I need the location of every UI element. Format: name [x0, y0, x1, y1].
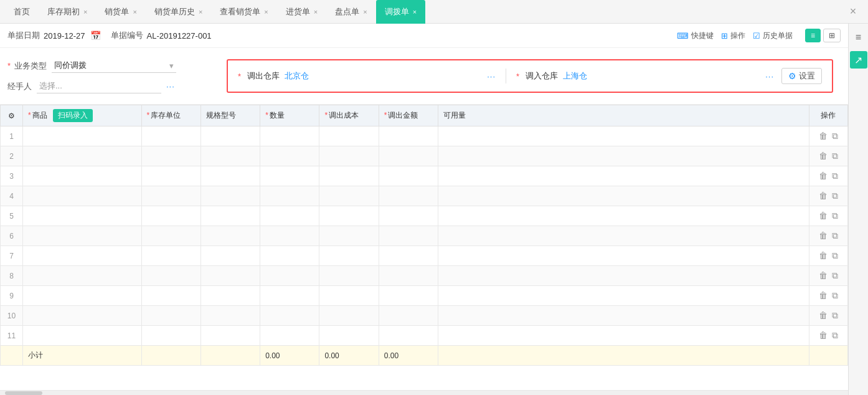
- cell-available-4[interactable]: [438, 186, 809, 206]
- cell-amount-4[interactable]: [379, 186, 438, 206]
- cell-available-7[interactable]: [438, 246, 809, 266]
- operation-btn[interactable]: ⊞ 操作: [721, 31, 745, 41]
- tab-stocktake-close[interactable]: ×: [363, 8, 367, 16]
- delete-icon-1[interactable]: 🗑: [819, 131, 828, 141]
- cell-available-10[interactable]: [438, 306, 809, 326]
- copy-icon-5[interactable]: ⧉: [832, 211, 838, 221]
- cell-spec-9[interactable]: [200, 286, 260, 306]
- cell-unit-7[interactable]: [141, 246, 200, 266]
- cell-spec-5[interactable]: [200, 206, 260, 226]
- copy-icon-7[interactable]: ⧉: [832, 250, 838, 260]
- cell-product-1[interactable]: [23, 126, 142, 146]
- cell-available-5[interactable]: [438, 206, 809, 226]
- cell-amount-11[interactable]: [379, 326, 438, 346]
- warehouse-out-value[interactable]: 北京仓: [285, 70, 309, 82]
- tab-transfer-close[interactable]: ×: [413, 8, 417, 16]
- cell-cost-11[interactable]: [319, 326, 379, 346]
- cell-unit-4[interactable]: [141, 186, 200, 206]
- delete-icon-4[interactable]: 🗑: [819, 191, 828, 201]
- cell-amount-2[interactable]: [379, 146, 438, 166]
- warehouse-in-more-icon[interactable]: ···: [765, 72, 774, 81]
- cell-amount-8[interactable]: [379, 266, 438, 286]
- cell-amount-3[interactable]: [379, 166, 438, 186]
- cell-product-9[interactable]: [23, 286, 142, 306]
- tab-stocktake[interactable]: 盘点单 ×: [326, 0, 375, 24]
- cell-unit-9[interactable]: [141, 286, 200, 306]
- cell-product-2[interactable]: [23, 146, 142, 166]
- tab-sales-history[interactable]: 销货单历史 ×: [146, 0, 211, 24]
- cell-cost-6[interactable]: [319, 226, 379, 246]
- cell-available-3[interactable]: [438, 166, 809, 186]
- delete-icon-5[interactable]: 🗑: [819, 211, 828, 221]
- cell-product-6[interactable]: [23, 226, 142, 246]
- copy-icon-2[interactable]: ⧉: [832, 151, 838, 161]
- cell-unit-11[interactable]: [141, 326, 200, 346]
- cell-cost-2[interactable]: [319, 146, 379, 166]
- warehouse-out-more-icon[interactable]: ···: [487, 72, 496, 81]
- delete-icon-11[interactable]: 🗑: [819, 330, 828, 340]
- copy-icon-10[interactable]: ⧉: [832, 310, 838, 320]
- tab-inventory-init-close[interactable]: ×: [83, 8, 87, 16]
- cell-available-9[interactable]: [438, 286, 809, 306]
- delete-icon-7[interactable]: 🗑: [819, 250, 828, 260]
- cell-qty-10[interactable]: [260, 306, 319, 326]
- cell-cost-1[interactable]: [319, 126, 379, 146]
- delete-icon-2[interactable]: 🗑: [819, 151, 828, 161]
- cell-product-10[interactable]: [23, 306, 142, 326]
- cell-product-3[interactable]: [23, 166, 142, 186]
- cell-available-6[interactable]: [438, 226, 809, 246]
- tab-sales-history-close[interactable]: ×: [199, 8, 202, 16]
- cell-amount-10[interactable]: [379, 306, 438, 326]
- cell-qty-7[interactable]: [260, 246, 319, 266]
- cell-spec-2[interactable]: [200, 146, 260, 166]
- delete-icon-3[interactable]: 🗑: [819, 171, 828, 181]
- horizontal-scrollbar[interactable]: [0, 390, 848, 395]
- agent-more-icon[interactable]: ···: [166, 82, 175, 91]
- tab-transfer[interactable]: 调拨单 ×: [376, 0, 425, 24]
- cell-product-8[interactable]: [23, 266, 142, 286]
- copy-icon-8[interactable]: ⧉: [832, 270, 838, 280]
- list-view-btn[interactable]: ≡: [805, 29, 821, 42]
- cell-cost-3[interactable]: [319, 166, 379, 186]
- cell-amount-6[interactable]: [379, 226, 438, 246]
- cell-spec-7[interactable]: [200, 246, 260, 266]
- delete-icon-9[interactable]: 🗑: [819, 290, 828, 300]
- tab-sales-order-close[interactable]: ×: [133, 8, 136, 16]
- settings-button[interactable]: ⚙ 设置: [781, 68, 822, 84]
- tab-view-sales[interactable]: 查看销货单 ×: [211, 0, 276, 24]
- tab-view-sales-close[interactable]: ×: [264, 8, 268, 16]
- cell-spec-1[interactable]: [200, 126, 260, 146]
- cell-amount-1[interactable]: [379, 126, 438, 146]
- cell-spec-11[interactable]: [200, 326, 260, 346]
- cell-spec-3[interactable]: [200, 166, 260, 186]
- cell-qty-6[interactable]: [260, 226, 319, 246]
- cell-cost-8[interactable]: [319, 266, 379, 286]
- tab-inventory-init[interactable]: 库存期初 ×: [39, 0, 96, 24]
- cell-amount-5[interactable]: [379, 206, 438, 226]
- tab-purchase-close[interactable]: ×: [314, 8, 318, 16]
- copy-icon-6[interactable]: ⧉: [832, 231, 838, 240]
- cell-available-8[interactable]: [438, 266, 809, 286]
- history-btn[interactable]: ☑ 历史单据: [753, 31, 793, 41]
- biz-type-select[interactable]: 同价调拨 ▾: [52, 59, 176, 73]
- scroll-thumb[interactable]: [5, 391, 42, 395]
- tab-home[interactable]: 首页: [5, 0, 39, 24]
- copy-icon-11[interactable]: ⧉: [832, 330, 838, 340]
- cell-available-11[interactable]: [438, 326, 809, 346]
- copy-icon-9[interactable]: ⧉: [832, 290, 838, 300]
- sidebar-export-icon[interactable]: ↗: [850, 51, 867, 69]
- cell-product-4[interactable]: [23, 186, 142, 206]
- cell-spec-8[interactable]: [200, 266, 260, 286]
- cell-cost-5[interactable]: [319, 206, 379, 226]
- delete-icon-8[interactable]: 🗑: [819, 270, 828, 280]
- cell-qty-8[interactable]: [260, 266, 319, 286]
- cell-qty-1[interactable]: [260, 126, 319, 146]
- copy-icon-4[interactable]: ⧉: [832, 191, 838, 201]
- cell-qty-9[interactable]: [260, 286, 319, 306]
- copy-icon-3[interactable]: ⧉: [832, 171, 838, 181]
- cell-qty-5[interactable]: [260, 206, 319, 226]
- cell-qty-11[interactable]: [260, 326, 319, 346]
- cell-product-5[interactable]: [23, 206, 142, 226]
- window-close-button[interactable]: ×: [843, 2, 863, 22]
- scan-entry-button[interactable]: 扫码录入: [53, 109, 93, 122]
